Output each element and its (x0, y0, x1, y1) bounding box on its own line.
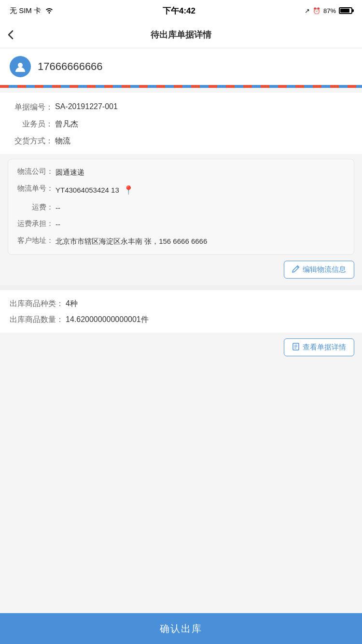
document-number-row: 单据编号： SA-20191227-001 (10, 102, 352, 112)
confirm-button[interactable]: 确认出库 (0, 613, 362, 644)
location-icon: ↗ (305, 7, 310, 14)
goods-type-value: 4种 (66, 299, 78, 309)
freight-value: -- (56, 203, 346, 214)
logistics-company-value: 圆通速递 (56, 167, 346, 178)
section-divider (0, 285, 362, 290)
edit-logistics-button[interactable]: 编辑物流信息 (284, 261, 354, 279)
freight-bear-label: 运费承担： (16, 219, 54, 228)
goods-quantity-value: 14.620000000000001件 (66, 315, 149, 325)
edit-logistics-label: 编辑物流信息 (303, 265, 346, 274)
address-value: 北京市市辖区海淀区永丰南 张，156 6666 6666 (56, 236, 346, 247)
order-info-section: 单据编号： SA-20191227-001 业务员： 曾凡杰 交货方式： 物流 (0, 93, 362, 154)
customer-header: 17666666666 (0, 48, 362, 85)
document-number-label: 单据编号： (10, 102, 53, 112)
delivery-method-label: 交货方式： (10, 136, 53, 146)
goods-quantity-row: 出库商品数量： 14.620000000000001件 (10, 315, 352, 325)
sales-rep-label: 业务员： (10, 119, 53, 129)
document-icon (292, 343, 300, 352)
address-row: 客户地址： 北京市市辖区海淀区永丰南 张，156 6666 6666 (16, 236, 346, 247)
delivery-method-row: 交货方式： 物流 (10, 136, 352, 146)
freight-row: 运费： -- (16, 203, 346, 214)
freight-label: 运费： (16, 203, 54, 212)
goods-type-row: 出库商品种类： 4种 (10, 299, 352, 309)
logistics-card: 物流公司： 圆通速递 物流单号： YT43064053424 13 📍 运费： … (8, 159, 354, 255)
goods-type-label: 出库商品种类： (10, 299, 64, 309)
document-number-value: SA-20191227-001 (55, 102, 352, 111)
status-time: 下午4:42 (163, 5, 195, 16)
alarm-icon: ⏰ (313, 7, 320, 14)
goods-section: 出库商品种类： 4种 出库商品数量： 14.620000000000001件 (0, 290, 362, 333)
battery-percent: 87% (323, 7, 336, 14)
view-detail-button[interactable]: 查看单据详情 (284, 338, 354, 356)
freight-bear-value: -- (56, 219, 346, 230)
tracking-label: 物流单号： (16, 184, 54, 193)
view-detail-label: 查看单据详情 (303, 343, 346, 352)
status-left: 无 SIM 卡 (10, 6, 54, 15)
nav-bar: 待出库单据详情 (0, 21, 362, 48)
edit-logistics-container: 编辑物流信息 (8, 261, 354, 279)
status-bar: 无 SIM 卡 下午4:42 ↗ ⏰ 87% (0, 0, 362, 21)
address-label: 客户地址： (16, 236, 54, 245)
view-detail-container: 查看单据详情 (8, 338, 354, 356)
status-right: ↗ ⏰ 87% (305, 7, 352, 14)
tracking-value: YT43064053424 13 📍 (56, 184, 346, 197)
carrier-text: 无 SIM 卡 (10, 6, 41, 15)
dashed-divider (0, 85, 362, 88)
logistics-company-row: 物流公司： 圆通速递 (16, 167, 346, 178)
page-title: 待出库单据详情 (151, 29, 211, 41)
back-button[interactable] (8, 30, 14, 40)
delivery-method-value: 物流 (55, 136, 352, 146)
avatar (10, 56, 31, 77)
wifi-icon (45, 7, 54, 15)
location-pin-icon[interactable]: 📍 (123, 184, 134, 197)
tracking-number-text: YT43064053424 13 (56, 185, 119, 196)
battery-icon (339, 7, 352, 14)
empty-space (0, 356, 362, 443)
goods-quantity-label: 出库商品数量： (10, 315, 64, 325)
logistics-company-label: 物流公司： (16, 167, 54, 176)
tracking-number-row: 物流单号： YT43064053424 13 📍 (16, 184, 346, 197)
sales-rep-value: 曾凡杰 (55, 119, 352, 129)
customer-phone: 17666666666 (38, 60, 103, 73)
freight-bear-row: 运费承担： -- (16, 219, 346, 230)
sales-rep-row: 业务员： 曾凡杰 (10, 119, 352, 129)
edit-icon (292, 265, 300, 274)
svg-point-0 (18, 63, 23, 68)
